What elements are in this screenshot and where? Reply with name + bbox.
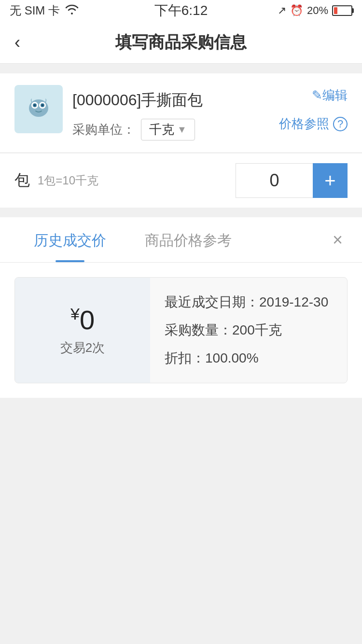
status-time: 下午6:12 — [154, 1, 208, 20]
product-card: [0000006]手撕面包 采购单位： 千克 ▼ ✎编辑 价格参照 ? — [0, 73, 362, 152]
tabs-left: 历史成交价 商品价格参考 — [14, 217, 328, 262]
product-unit-row: 采购单位： 千克 ▼ — [72, 119, 203, 140]
history-right: 最近成交日期：2019-12-30 采购数量：200千克 折扣：100.00% — [150, 278, 347, 383]
product-name: [0000006]手撕面包 — [72, 90, 203, 111]
status-bar: 无 SIM 卡 下午6:12 ↗ ⏰ 20% — [0, 0, 362, 21]
battery-percent: 20% — [307, 4, 328, 17]
battery-icon — [332, 5, 352, 16]
right-actions: ✎编辑 价格参照 ? — [279, 85, 348, 132]
close-button[interactable]: × — [328, 225, 348, 255]
help-icon: ? — [333, 117, 348, 131]
tab-price-reference[interactable]: 商品价格参考 — [125, 217, 251, 262]
price-ref-label: 价格参照 — [279, 115, 329, 132]
unit-label: 采购单位： — [72, 121, 135, 138]
chevron-down-icon: ▼ — [177, 124, 187, 135]
product-header: [0000006]手撕面包 采购单位： 千克 ▼ ✎编辑 价格参照 ? — [14, 85, 348, 140]
package-label: 包 — [14, 170, 30, 191]
tab-history-price[interactable]: 历史成交价 — [14, 217, 125, 262]
page-title: 填写商品采购信息 — [115, 31, 247, 54]
recent-date-label: 最近成交日期： — [165, 294, 259, 309]
discount-row: 折扣：100.00% — [165, 348, 333, 368]
purchase-qty-label: 采购数量： — [165, 322, 232, 337]
location-icon: ↗ — [278, 4, 286, 17]
qty-label-group: 包 1包=10千克 — [14, 170, 98, 191]
bottom-area — [0, 398, 362, 644]
discount-label: 折扣： — [165, 350, 205, 365]
quantity-section: 包 1包=10千克 + — [0, 153, 362, 208]
unit-select[interactable]: 千克 ▼ — [141, 119, 195, 140]
history-left: ¥0 交易2次 — [15, 278, 150, 383]
alarm-icon: ⏰ — [290, 4, 303, 17]
history-card: ¥0 交易2次 最近成交日期：2019-12-30 采购数量：200千克 折扣：… — [14, 277, 348, 383]
product-thumbnail — [14, 85, 63, 133]
currency-symbol: ¥ — [70, 305, 80, 323]
status-left: 无 SIM 卡 — [10, 3, 79, 18]
tabs-bar: 历史成交价 商品价格参考 × — [0, 217, 362, 263]
edit-button[interactable]: ✎编辑 — [312, 87, 348, 104]
discount-value: 100.00% — [205, 350, 259, 365]
back-button[interactable]: ‹ — [14, 32, 20, 53]
carrier-text: 无 SIM 卡 — [10, 3, 60, 18]
qty-input-group: + — [236, 163, 348, 198]
product-image-icon — [24, 93, 53, 126]
section-divider — [0, 208, 362, 217]
purchase-qty-value: 200千克 — [232, 322, 282, 337]
recent-date-row: 最近成交日期：2019-12-30 — [165, 292, 333, 312]
product-info: [0000006]手撕面包 采购单位： 千克 ▼ — [14, 85, 279, 140]
wifi-icon — [65, 4, 79, 17]
recent-date-value: 2019-12-30 — [259, 294, 328, 309]
history-price: ¥0 — [70, 304, 95, 336]
svg-point-6 — [42, 104, 43, 106]
price-value: 0 — [80, 305, 95, 335]
quantity-input[interactable] — [236, 163, 313, 198]
status-right: ↗ ⏰ 20% — [278, 4, 352, 17]
svg-point-5 — [34, 104, 36, 106]
trade-count: 交易2次 — [60, 339, 105, 356]
purchase-qty-row: 采购数量：200千克 — [165, 320, 333, 340]
history-content: ¥0 交易2次 最近成交日期：2019-12-30 采购数量：200千克 折扣：… — [0, 263, 362, 398]
price-ref-button[interactable]: 价格参照 ? — [279, 115, 348, 132]
product-name-section: [0000006]手撕面包 采购单位： 千克 ▼ — [72, 85, 203, 140]
qty-plus-button[interactable]: + — [313, 163, 348, 198]
qty-conversion: 1包=10千克 — [38, 173, 98, 188]
unit-value: 千克 — [149, 121, 174, 138]
nav-bar: ‹ 填写商品采购信息 — [0, 21, 362, 64]
